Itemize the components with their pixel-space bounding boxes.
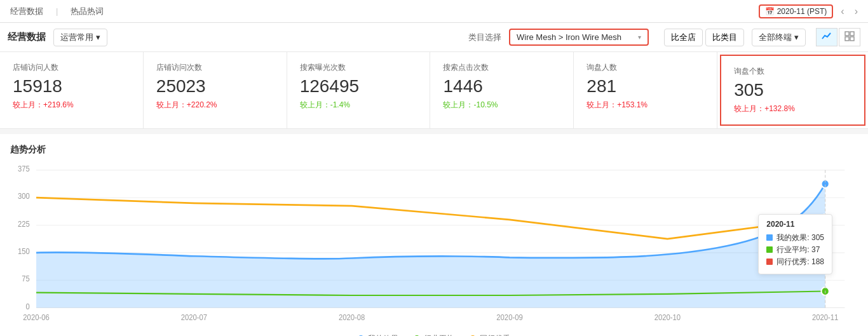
view-line-btn[interactable]	[816, 28, 837, 46]
stat-card-visitors: 店铺访问人数 15918 较上月：+219.6%	[0, 52, 144, 128]
grid-icon	[844, 31, 855, 41]
svg-text:150: 150	[18, 246, 30, 255]
stat-change-val-visits: +220.2%	[187, 100, 217, 109]
compare-category-btn[interactable]: 比类目	[705, 29, 744, 46]
svg-rect-1	[850, 32, 854, 36]
stat-value-inquiry-count: 305	[734, 79, 851, 101]
view-grid-btn[interactable]	[839, 28, 860, 46]
svg-text:2020-06: 2020-06	[23, 312, 49, 321]
stat-change-visits: 较上月：+220.2%	[156, 100, 274, 111]
tooltip-row-my: 我的效果: 305	[766, 232, 824, 243]
tooltip-title: 2020-11	[766, 220, 824, 229]
legend-label-peer: 同行优秀	[480, 333, 510, 336]
device-dropdown-label: 全部终端	[759, 32, 792, 43]
category-value: Wire Mesh > Iron Wire Mesh	[517, 32, 621, 42]
stat-value-visits: 25023	[156, 76, 274, 97]
operation-dropdown[interactable]: 运营常用 ▾	[53, 29, 107, 46]
stat-value-search-clicks: 1446	[443, 76, 560, 97]
stat-label-search-impressions: 搜索曝光次数	[300, 62, 417, 73]
stat-change-search-impressions: 较上月：-1.4%	[300, 100, 417, 111]
tooltip-marker-avg	[766, 246, 773, 253]
stat-change-search-clicks: 较上月：-10.5%	[443, 100, 560, 111]
compare-all-store-btn[interactable]: 比全店	[664, 29, 703, 46]
trend-chart: 375 300 225 150 75 0 2020	[10, 163, 858, 328]
stat-card-search-impressions: 搜索曝光次数 126495 较上月：-1.4%	[287, 52, 431, 128]
svg-text:375: 375	[18, 164, 30, 172]
stat-value-inquiry-people: 281	[587, 76, 704, 97]
stat-change-inquiry-count: 较上月：+132.8%	[734, 104, 851, 114]
svg-text:2020-09: 2020-09	[496, 312, 522, 321]
stat-label-search-clicks: 搜索点击次数	[443, 62, 560, 73]
line-chart-icon	[822, 31, 832, 41]
stat-value-search-impressions: 126495	[300, 76, 417, 97]
svg-text:300: 300	[18, 192, 30, 200]
svg-text:0: 0	[26, 302, 30, 310]
chart-tooltip: 2020-11 我的效果: 305 行业平均: 37 同行优秀: 188	[758, 214, 832, 274]
stat-label-visitors: 店铺访问人数	[13, 62, 130, 73]
legend-label-avg: 行业平均	[424, 333, 454, 336]
category-select[interactable]: Wire Mesh > Iron Wire Mesh ▾	[509, 29, 649, 46]
main-header: 经营数据 运营常用 ▾ 类目选择 Wire Mesh > Iron Wire M…	[0, 23, 868, 52]
tooltip-label-my: 我的效果: 305	[776, 232, 824, 243]
page-title: 经营数据	[8, 31, 46, 43]
svg-rect-3	[850, 37, 854, 41]
tooltip-row-avg: 行业平均: 37	[766, 245, 824, 255]
svg-text:2020-10: 2020-10	[654, 312, 681, 321]
chart-section: 趋势分析 375 300 225 150 75 0	[0, 134, 868, 336]
legend-item-avg: 行业平均	[414, 333, 454, 336]
tooltip-row-peer: 同行优秀: 188	[766, 257, 824, 267]
tooltip-marker-my	[766, 234, 773, 241]
calendar-icon: 📅	[765, 7, 775, 16]
stat-label-inquiry-people: 询盘人数	[587, 62, 704, 73]
svg-text:2020-08: 2020-08	[339, 312, 365, 321]
category-label: 类目选择	[468, 32, 501, 43]
device-dropdown[interactable]: 全部终端 ▾	[752, 29, 806, 46]
stat-change-inquiry-people: 较上月：+153.1%	[587, 100, 704, 111]
legend-item-my: 我的效果	[358, 333, 398, 336]
date-picker[interactable]: 📅 2020-11 (PST)	[759, 4, 834, 18]
svg-text:2020-07: 2020-07	[181, 312, 207, 321]
stats-row: 店铺访问人数 15918 较上月：+219.6% 店铺访问次数 25023 较上…	[0, 52, 868, 129]
nav-item-hotproducts[interactable]: 热品热词	[68, 1, 106, 22]
tooltip-label-peer: 同行优秀: 188	[776, 257, 824, 267]
compare-buttons: 比全店 比类目	[664, 29, 744, 46]
stat-label-visits: 店铺访问次数	[156, 62, 274, 73]
svg-text:75: 75	[22, 274, 30, 283]
stat-card-visits: 店铺访问次数 25023 较上月：+220.2%	[144, 52, 287, 128]
svg-rect-0	[845, 32, 849, 36]
chart-container: 375 300 225 150 75 0 2020	[10, 163, 858, 328]
tooltip-marker-peer	[766, 259, 773, 265]
stat-change-prefix-visitors: 较上月：	[13, 100, 43, 109]
nav-arrow-left[interactable]: ‹	[838, 6, 846, 17]
stat-card-inquiry-count: 询盘个数 305 较上月：+132.8%	[720, 55, 865, 126]
stat-change-val-visitors: +219.6%	[43, 100, 74, 109]
top-nav: 经营数据 | 热品热词 📅 2020-11 (PST) ‹ ›	[0, 0, 868, 23]
tooltip-label-avg: 行业平均: 37	[776, 245, 820, 255]
view-buttons	[816, 28, 860, 46]
stat-card-search-clicks: 搜索点击次数 1446 较上月：-10.5%	[430, 52, 574, 128]
stat-label-inquiry-count: 询盘个数	[734, 66, 851, 77]
svg-rect-2	[845, 37, 849, 41]
svg-text:225: 225	[18, 219, 30, 227]
operation-dropdown-caret: ▾	[96, 32, 100, 42]
operation-dropdown-label: 运营常用	[60, 32, 93, 43]
nav-item-business[interactable]: 经营数据	[8, 1, 46, 22]
legend-label-my: 我的效果	[368, 333, 398, 336]
date-value: 2020-11 (PST)	[777, 7, 827, 16]
top-nav-right: 📅 2020-11 (PST) ‹ ›	[759, 4, 860, 18]
chart-legend: 我的效果 行业平均 同行优秀	[10, 333, 858, 336]
stat-change-visitors: 较上月：+219.6%	[13, 100, 130, 111]
chart-title: 趋势分析	[10, 144, 858, 156]
nav-divider: |	[56, 6, 58, 16]
legend-item-peer: 同行优秀	[470, 333, 510, 336]
stat-card-inquiry-people: 询盘人数 281 较上月：+153.1%	[574, 52, 717, 128]
stat-value-visitors: 15918	[13, 76, 130, 97]
stat-change-prefix-visits: 较上月：	[156, 100, 187, 109]
svg-text:2020-11: 2020-11	[812, 312, 838, 321]
nav-arrow-right[interactable]: ›	[852, 6, 860, 17]
device-dropdown-caret: ▾	[794, 32, 799, 42]
category-caret: ▾	[638, 34, 641, 41]
